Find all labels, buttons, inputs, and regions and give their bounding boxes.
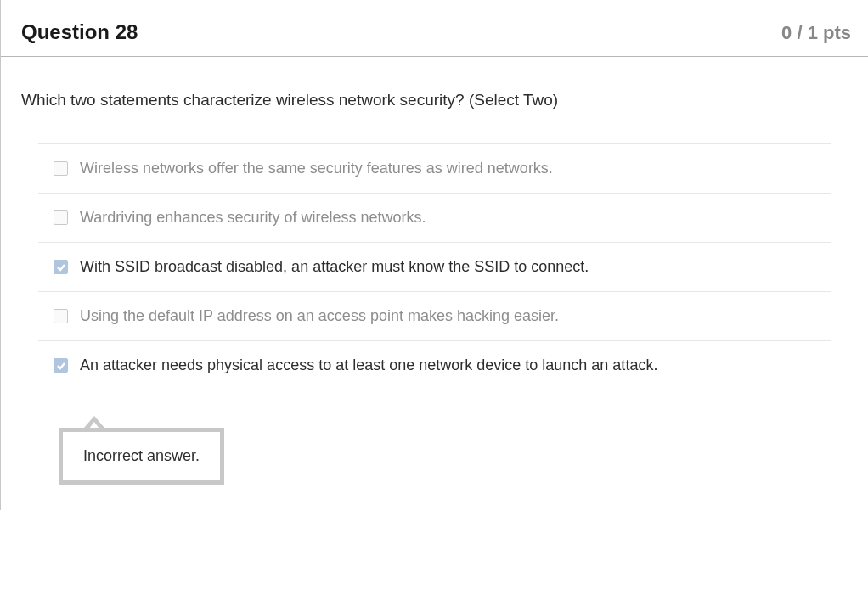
answer-row[interactable]: Using the default IP address on an acces… bbox=[38, 291, 831, 340]
callout-arrow-icon bbox=[84, 416, 104, 428]
answer-text: An attacker needs physical access to at … bbox=[80, 356, 657, 374]
checkbox-checked-icon bbox=[54, 260, 68, 274]
checkbox-icon bbox=[54, 210, 68, 225]
answer-row[interactable]: With SSID broadcast disabled, an attacke… bbox=[38, 242, 831, 291]
checkbox-icon bbox=[54, 309, 68, 323]
answer-row[interactable]: Wardriving enhances security of wireless… bbox=[38, 193, 831, 242]
feedback-callout: Incorrect answer. bbox=[59, 428, 224, 485]
answer-text: With SSID broadcast disabled, an attacke… bbox=[80, 258, 589, 276]
question-title: Question 28 bbox=[21, 20, 138, 44]
answers-list: Wireless networks offer the same securit… bbox=[38, 143, 831, 390]
question-header: Question 28 0 / 1 pts bbox=[1, 0, 868, 57]
question-text: Which two statements characterize wirele… bbox=[21, 91, 848, 109]
answer-text: Wardriving enhances security of wireless… bbox=[80, 209, 426, 227]
question-body: Which two statements characterize wirele… bbox=[1, 57, 868, 485]
answer-text: Wireless networks offer the same securit… bbox=[80, 160, 553, 177]
answer-text: Using the default IP address on an acces… bbox=[80, 307, 559, 325]
quiz-container: Question 28 0 / 1 pts Which two statemen… bbox=[0, 0, 868, 510]
answer-row[interactable]: Wireless networks offer the same securit… bbox=[38, 143, 831, 193]
question-points: 0 / 1 pts bbox=[781, 22, 851, 44]
answer-row[interactable]: An attacker needs physical access to at … bbox=[38, 340, 831, 390]
feedback-text: Incorrect answer. bbox=[59, 428, 224, 485]
checkbox-checked-icon bbox=[54, 358, 68, 373]
checkbox-icon bbox=[54, 161, 68, 176]
